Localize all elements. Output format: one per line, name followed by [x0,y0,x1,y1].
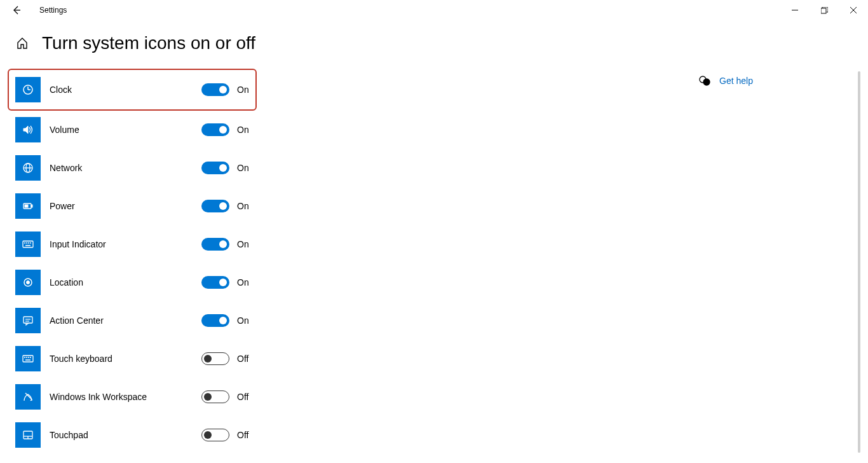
setting-row: Touch keyboardOff [15,340,333,378]
get-help-link[interactable]: Get help [719,76,753,86]
toggle-switch[interactable] [201,429,229,441]
setting-label: Location [50,277,177,287]
toggle-knob [219,86,227,93]
setting-row: Input IndicatorOn [15,225,333,263]
toggle-switch[interactable] [201,314,229,327]
location-icon [15,270,41,295]
ink-icon [15,384,41,410]
arrow-left-icon [11,5,22,15]
toggle-switch[interactable] [201,200,229,212]
setting-row: ClockOn [8,69,257,111]
toggle-state-label: On [237,201,249,211]
toggle-switch[interactable] [201,83,229,96]
volume-icon [15,117,41,142]
home-icon [16,37,29,50]
toggle-knob [219,126,227,134]
toggle-switch[interactable] [201,123,229,136]
toggle-knob [219,279,227,286]
network-icon [15,155,41,181]
setting-label: Touch keyboard [50,354,177,364]
toggle-knob [219,164,227,172]
toggle-state-label: On [237,163,249,173]
toggle-state-label: On [237,85,249,95]
setting-row: Action CenterOn [15,301,333,340]
setting-row: LocationOn [15,263,333,301]
setting-label: Input Indicator [50,239,177,249]
page-header: Turn system icons on or off [15,33,868,53]
toggle-knob [204,393,212,401]
setting-label: Network [50,163,177,173]
setting-label: Volume [50,125,177,135]
setting-row: VolumeOn [15,111,333,149]
maximize-button[interactable] [810,0,839,20]
toggle-knob [219,240,227,248]
settings-list: ClockOnVolumeOnNetworkOnPowerOnInput Ind… [15,69,333,454]
clock-icon [15,77,41,102]
toggle-wrap: On [201,123,249,136]
toggle-wrap: Off [201,352,248,365]
touchpad-icon [15,422,41,448]
toggle-wrap: Off [201,390,248,403]
close-button[interactable] [839,0,868,20]
keyboard-icon [15,232,41,257]
toggle-state-label: On [237,239,249,249]
toggle-state-label: Off [237,430,248,440]
maximize-icon [821,7,828,14]
home-button[interactable] [15,36,29,50]
minimize-button[interactable] [780,0,810,20]
close-icon [850,7,857,13]
toggle-wrap: On [201,162,249,174]
chat-help-icon [699,75,710,86]
page-title: Turn system icons on or off [42,33,255,53]
toggle-knob [204,431,212,439]
setting-label: Action Center [50,315,177,326]
toggle-wrap: On [201,83,249,96]
toggle-state-label: On [237,125,249,135]
toggle-state-label: Off [237,354,248,364]
svg-rect-2 [821,8,826,13]
window-controls [780,0,868,20]
toggle-switch[interactable] [201,276,229,289]
action-center-icon [15,308,41,333]
window-title: Settings [39,6,67,15]
toggle-wrap: On [201,314,249,327]
toggle-state-label: On [237,315,249,326]
setting-row: NetworkOn [15,149,333,187]
power-icon [15,193,41,219]
svg-point-6 [703,79,710,85]
toggle-wrap: Off [201,429,248,441]
toggle-knob [204,355,212,363]
toggle-knob [219,317,227,324]
setting-label: Touchpad [50,430,177,440]
setting-label: Power [50,201,177,211]
toggle-wrap: On [201,276,249,289]
setting-row: TouchpadOff [15,416,333,454]
toggle-wrap: On [201,238,249,251]
content: ClockOnVolumeOnNetworkOnPowerOnInput Ind… [0,69,868,454]
keyboard-icon [15,346,41,371]
toggle-switch[interactable] [201,238,229,251]
setting-label: Windows Ink Workspace [50,392,177,402]
toggle-switch[interactable] [201,352,229,365]
setting-row: Windows Ink WorkspaceOff [15,378,333,416]
toggle-switch[interactable] [201,162,229,174]
titlebar: Settings [0,0,868,20]
toggle-switch[interactable] [201,390,229,403]
toggle-state-label: Off [237,392,248,402]
help-panel: Get help [699,75,753,86]
minimize-icon [792,7,798,13]
scrollbar[interactable] [858,71,860,453]
back-button[interactable] [6,0,27,20]
toggle-state-label: On [237,277,249,287]
toggle-wrap: On [201,200,249,212]
toggle-knob [219,202,227,210]
setting-row: PowerOn [15,187,333,225]
setting-label: Clock [50,85,177,95]
